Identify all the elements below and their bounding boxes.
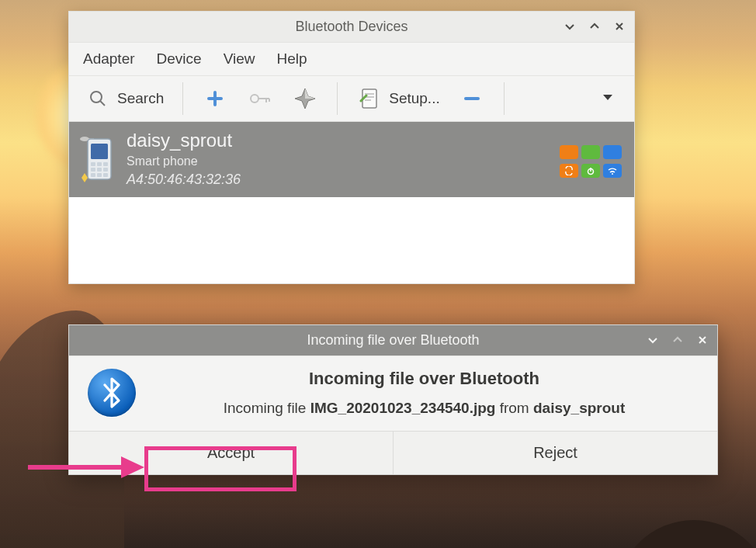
capability-sync-icon — [560, 164, 578, 178]
dialog-text: Incoming file over Bluetooth Incoming fi… — [150, 369, 699, 417]
accept-button[interactable]: Accept — [69, 432, 394, 474]
device-row[interactable]: daisy_sprout Smart phone A4:50:46:43:32:… — [69, 122, 634, 197]
svg-rect-9 — [103, 162, 108, 166]
toolbar-separator — [182, 82, 183, 115]
minimize-icon[interactable] — [647, 335, 658, 348]
svg-rect-8 — [97, 162, 102, 166]
menu-help[interactable]: Help — [276, 50, 307, 68]
window-title: Bluetooth Devices — [295, 19, 407, 35]
bluetooth-devices-window: Bluetooth Devices Adapter Device View He… — [68, 11, 635, 284]
window-controls — [647, 325, 708, 356]
device-icon — [80, 130, 116, 184]
svg-point-1 — [251, 95, 258, 102]
dialog-titlebar[interactable]: Incoming file over Bluetooth — [69, 325, 717, 356]
minimize-icon[interactable] — [564, 21, 575, 34]
device-list: daisy_sprout Smart phone A4:50:46:43:32:… — [69, 122, 634, 283]
search-icon — [85, 85, 111, 112]
svg-point-17 — [612, 173, 613, 175]
capability-wifi-icon — [603, 164, 622, 178]
incoming-file-dialog: Incoming file over Bluetooth Incoming fi… — [68, 324, 718, 475]
svg-rect-10 — [91, 168, 95, 172]
dialog-message: Incoming file IMG_20201023_234540.jpg fr… — [150, 400, 699, 417]
bluetooth-icon — [88, 369, 136, 417]
window-controls — [564, 12, 625, 43]
menu-adapter[interactable]: Adapter — [83, 50, 135, 68]
menu-view[interactable]: View — [224, 50, 255, 68]
star-icon — [292, 85, 318, 112]
dialog-msg-prefix: Incoming file — [224, 400, 310, 416]
toolbar-separator — [337, 82, 338, 115]
svg-rect-11 — [97, 168, 102, 172]
menu-device[interactable]: Device — [157, 50, 202, 68]
capability-power-icon — [581, 164, 600, 178]
toolbar: Search — [69, 76, 634, 122]
desktop-hill — [616, 520, 756, 548]
reject-button[interactable]: Reject — [394, 432, 717, 474]
search-button[interactable]: Search — [80, 82, 168, 115]
device-mac: A4:50:46:43:32:36 — [127, 172, 241, 188]
dialog-msg-mid: from — [495, 400, 533, 416]
add-button[interactable] — [197, 82, 233, 115]
device-type: Smart phone — [127, 154, 241, 168]
svg-rect-6 — [91, 144, 108, 159]
svg-rect-7 — [91, 162, 95, 166]
device-name: daisy_sprout — [127, 130, 241, 151]
svg-rect-12 — [103, 168, 108, 172]
toolbar-menu-button[interactable] — [592, 88, 623, 109]
svg-point-0 — [91, 92, 102, 102]
capability-icon — [581, 145, 600, 159]
remove-button[interactable] — [454, 82, 490, 115]
close-icon[interactable] — [614, 21, 625, 34]
setup-label: Setup... — [389, 90, 440, 107]
dialog-body: Incoming file over Bluetooth Incoming fi… — [69, 356, 717, 431]
close-icon[interactable] — [697, 335, 708, 348]
minus-icon — [459, 85, 485, 112]
dialog-sender: daisy_sprout — [533, 400, 625, 416]
key-button[interactable] — [242, 82, 278, 115]
dialog-buttons: Accept Reject — [69, 431, 717, 474]
maximize-icon[interactable] — [589, 21, 600, 34]
maximize-icon[interactable] — [672, 335, 683, 348]
setup-icon — [356, 85, 383, 112]
dialog-heading: Incoming file over Bluetooth — [150, 369, 699, 389]
dialog-title: Incoming file over Bluetooth — [307, 332, 479, 349]
toolbar-separator — [504, 82, 505, 115]
trust-button[interactable] — [287, 82, 323, 115]
window-titlebar[interactable]: Bluetooth Devices — [69, 12, 634, 43]
capability-icon — [603, 145, 622, 159]
svg-rect-14 — [97, 173, 102, 177]
svg-rect-13 — [91, 173, 95, 177]
device-info: daisy_sprout Smart phone A4:50:46:43:32:… — [127, 130, 241, 188]
capability-icon — [560, 145, 578, 159]
menubar: Adapter Device View Help — [69, 43, 634, 76]
svg-rect-15 — [103, 173, 108, 177]
plus-icon — [202, 85, 228, 112]
key-icon — [247, 85, 273, 112]
search-label: Search — [117, 90, 164, 107]
dialog-filename: IMG_20201023_234540.jpg — [310, 400, 496, 416]
device-capabilities — [560, 145, 622, 179]
setup-button[interactable]: Setup... — [352, 82, 445, 115]
